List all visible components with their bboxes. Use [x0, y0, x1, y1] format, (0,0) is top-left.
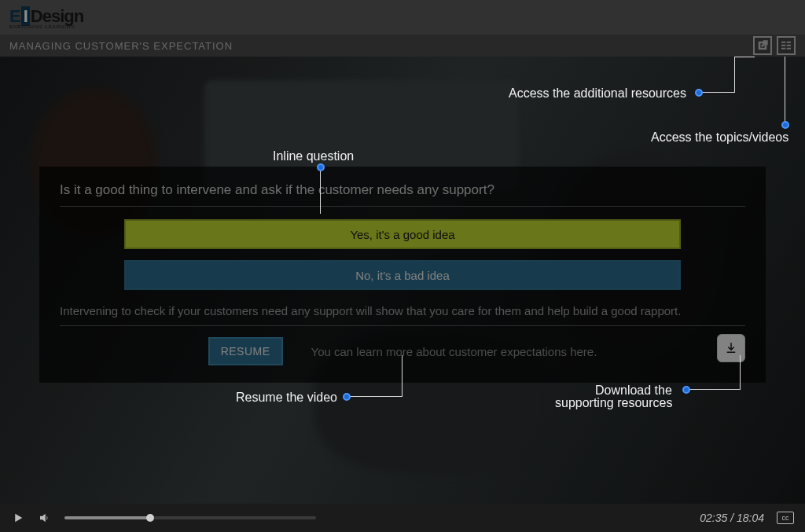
volume-button[interactable]: [38, 511, 52, 525]
app-stage: EIDesign ENRICHING LEARNING MANAGING CUS…: [0, 0, 805, 532]
external-link-icon: [756, 39, 769, 52]
time-display: 02:35 / 18:04: [700, 512, 764, 524]
download-resources-button[interactable]: [717, 334, 745, 362]
callout-line: [734, 57, 735, 93]
brand-bar: EIDesign ENRICHING LEARNING: [0, 0, 805, 35]
callout-line: [702, 92, 734, 93]
seek-thumb[interactable]: [146, 514, 154, 522]
callout-line: [689, 389, 740, 390]
title-bar: MANAGING CUSTOMER'S EXPECTATION: [0, 35, 805, 57]
callout-resources-label: Access the additional resources: [509, 86, 686, 101]
callout-line: [350, 396, 402, 397]
download-icon: [724, 341, 738, 355]
question-feedback: Intervening to check if your customers n…: [60, 304, 745, 326]
brand-letter-e: E: [9, 6, 20, 26]
callout-line: [785, 57, 785, 123]
volume-icon: [38, 511, 52, 525]
callout-line: [740, 355, 741, 390]
callout-dot: [317, 163, 325, 171]
callout-dot: [682, 386, 690, 394]
resume-button[interactable]: RESUME: [208, 337, 283, 365]
course-title: MANAGING CUSTOMER'S EXPECTATION: [9, 40, 233, 52]
callout-dot: [781, 121, 789, 129]
callout-resume-label: Resume the video: [236, 391, 337, 405]
topics-button[interactable]: [777, 36, 796, 55]
seek-progress: [64, 516, 150, 519]
grid-list-icon: [780, 39, 792, 52]
callout-dot: [695, 89, 703, 97]
answer-yes-button[interactable]: Yes, it's a good idea: [124, 219, 681, 249]
player-bar: 02:35 / 18:04 cc: [0, 504, 805, 532]
callout-topics-label: Access the topics/videos: [651, 130, 788, 145]
current-time: 02:35: [700, 512, 727, 524]
resources-button[interactable]: [753, 36, 772, 55]
callout-dot: [343, 393, 351, 401]
callout-line: [734, 57, 755, 57]
seek-bar[interactable]: [64, 516, 316, 519]
closed-caption-button[interactable]: cc: [777, 512, 794, 524]
answer-no-button[interactable]: No, it's a bad idea: [124, 260, 681, 290]
brand-name-rest: Design: [31, 6, 83, 26]
brand-tagline: ENRICHING LEARNING: [9, 24, 83, 29]
answer-list: Yes, it's a good idea No, it's a bad ide…: [124, 219, 681, 290]
resume-row: RESUME You can learn more about customer…: [60, 337, 745, 365]
brand-letter-i: I: [21, 6, 30, 26]
question-prompt: Is it a good thing to intervene and ask …: [60, 182, 745, 207]
callout-line: [402, 355, 402, 397]
brand-logo: EIDesign ENRICHING LEARNING: [9, 6, 83, 29]
callout-line: [320, 170, 321, 214]
play-icon: [11, 511, 25, 525]
total-time: 18:04: [737, 512, 764, 524]
toolbar-icons: [753, 36, 796, 55]
callout-inline-question-label: Inline question: [273, 149, 354, 163]
play-button[interactable]: [11, 511, 25, 525]
learn-more-text: You can learn more about customer expect…: [311, 345, 597, 358]
callout-download-label-line2: supporting resources: [555, 396, 672, 410]
inline-question-panel: Is it a good thing to intervene and ask …: [39, 167, 766, 383]
